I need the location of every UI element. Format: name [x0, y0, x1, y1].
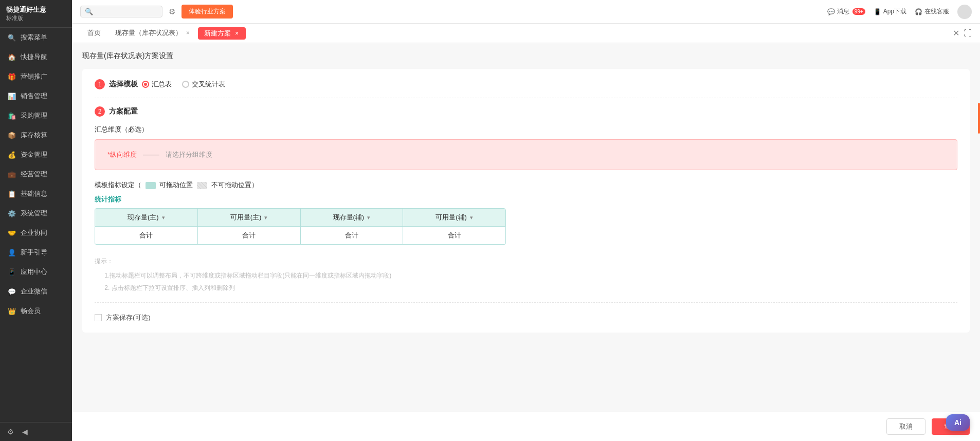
- save-scheme-checkbox[interactable]: [95, 314, 102, 321]
- stats-data-row: 合计 合计 合计 合计: [95, 227, 506, 245]
- sidebar-item-label: 采购管理: [21, 111, 47, 120]
- settings-icon[interactable]: ⚙: [7, 428, 14, 436]
- chevron-down-icon-0[interactable]: ▾: [162, 214, 165, 221]
- save-scheme-section: 方案保存(可选): [95, 313, 957, 322]
- radio-summary-dot: [142, 81, 149, 88]
- page-title: 现存量(库存状况表)方案设置: [82, 51, 970, 61]
- sidebar-footer: ⚙ ◀: [0, 422, 72, 441]
- chevron-down-icon-3[interactable]: ▾: [470, 214, 473, 221]
- save-scheme-label: 方案保存(可选): [106, 313, 151, 322]
- settings-card: 1 选择模板 汇总表 交叉统计表: [82, 69, 970, 333]
- tip-text-2: 2. 点击标题栏下拉可设置排序、插入列和删除列: [104, 282, 234, 294]
- management-icon: 💼: [7, 170, 16, 179]
- search-icon: 🔍: [7, 33, 16, 42]
- ai-fab-button[interactable]: Ai: [946, 414, 970, 431]
- system-icon: ⚙️: [7, 209, 16, 218]
- indicator-section: 模板指标设定（ 可拖动位置 不可拖动位置） 统计指标 现存量(主): [95, 180, 957, 245]
- step2-header: 2 方案配置: [95, 106, 957, 117]
- sidebar-item-search-menu[interactable]: 🔍 搜索菜单: [0, 28, 72, 47]
- divider-2: [95, 302, 957, 303]
- stats-title: 统计指标: [95, 195, 957, 204]
- app-download-icon: 📱: [874, 8, 881, 15]
- sidebar-item-label: 基础信息: [21, 189, 47, 198]
- tab-inventory-close-icon[interactable]: ×: [185, 29, 191, 36]
- sidebar-item-app-center[interactable]: 📱 应用中心: [0, 262, 72, 282]
- close-window-icon[interactable]: ✕: [953, 28, 959, 38]
- summary-dimension-label: 汇总维度（必选）: [95, 125, 957, 134]
- newbie-icon: 👤: [7, 248, 16, 257]
- sidebar-item-label: 新手引导: [21, 248, 47, 257]
- stats-col-header-1[interactable]: 可用量(主) ▾: [198, 209, 301, 226]
- topbar: 🔍 ⚙ 体验行业方案 💬 消息 99+ 📱 App下载 🎧 在线客服: [72, 0, 980, 24]
- app-download-button[interactable]: 📱 App下载: [874, 7, 906, 16]
- stats-col-data-1: 合计: [198, 227, 301, 244]
- radio-cross-table[interactable]: 交叉统计表: [182, 80, 225, 89]
- chevron-down-icon-2[interactable]: ▾: [367, 214, 370, 221]
- tip-num-1: [95, 269, 101, 282]
- sidebar-item-label: 经营管理: [21, 170, 47, 179]
- step1-header: 1 选择模板 汇总表 交叉统计表: [95, 79, 957, 89]
- chevron-down-icon-1[interactable]: ▾: [264, 214, 267, 221]
- basic-info-icon: 📋: [7, 189, 16, 198]
- tip-line-1: 1.拖动标题栏可以调整布局，不可跨维度或指标区域拖动栏目字段(只能在同一维度或指…: [95, 269, 957, 282]
- tab-home[interactable]: 首页: [80, 24, 108, 43]
- industry-solution-button[interactable]: 体验行业方案: [182, 5, 233, 19]
- stats-col-header-2[interactable]: 现存量(辅) ▾: [301, 209, 404, 226]
- tab-new-close-icon[interactable]: ×: [234, 30, 240, 37]
- finance-icon: 💰: [7, 150, 16, 159]
- sidebar-item-sales[interactable]: 📊 销售管理: [0, 86, 72, 106]
- tab-inventory-status[interactable]: 现存量（库存状况表） ×: [108, 24, 198, 43]
- sidebar-item-quick-nav[interactable]: 🏠 快捷导航: [0, 47, 72, 67]
- stats-col-header-3[interactable]: 可用量(辅) ▾: [403, 209, 505, 226]
- col-header-label-0: 现存量(主): [128, 213, 159, 222]
- step2-label: 方案配置: [109, 107, 138, 116]
- topbar-search-input[interactable]: [96, 8, 158, 15]
- dimension-box[interactable]: *纵向维度 —— 请选择分组维度: [95, 139, 957, 170]
- tab-inventory-status-label: 现存量（库存状况表）: [115, 28, 182, 38]
- user-avatar[interactable]: [957, 5, 972, 19]
- message-button[interactable]: 💬 消息 99+: [827, 7, 865, 16]
- sidebar-item-basic-info[interactable]: 📋 基础信息: [0, 184, 72, 204]
- radio-summary-table[interactable]: 汇总表: [142, 80, 172, 89]
- collapse-icon[interactable]: ◀: [22, 428, 28, 436]
- stats-col-data-0: 合计: [95, 227, 198, 244]
- divider-1: [95, 98, 957, 98]
- stats-col-header-0[interactable]: 现存量(主) ▾: [95, 209, 198, 226]
- sidebar-item-cooperation[interactable]: 🤝 企业协同: [0, 223, 72, 243]
- cooperation-icon: 🤝: [7, 228, 16, 237]
- topbar-search-icon: 🔍: [85, 8, 93, 15]
- right-edge-scrollbar: [978, 103, 980, 134]
- sidebar-item-label: 企业协同: [21, 228, 47, 237]
- tab-new-scheme[interactable]: 新建方案 ×: [198, 27, 246, 40]
- sidebar-item-system[interactable]: ⚙️ 系统管理: [0, 204, 72, 223]
- expand-window-icon[interactable]: ⛶: [964, 29, 972, 38]
- stats-col-data-2: 合计: [301, 227, 404, 244]
- app-download-label: App下载: [883, 7, 906, 16]
- sidebar-item-marketing[interactable]: 🎁 营销推广: [0, 67, 72, 86]
- sidebar-item-wechat[interactable]: 💬 企业微信: [0, 282, 72, 301]
- topbar-search-box[interactable]: 🔍: [80, 6, 162, 17]
- sidebar-item-newbie[interactable]: 👤 新手引导: [0, 243, 72, 262]
- template-radio-group: 汇总表 交叉统计表: [142, 80, 225, 89]
- sidebar-item-label: 系统管理: [21, 209, 47, 218]
- tips-section: 提示： 1.拖动标题栏可以调整布局，不可跨维度或指标区域拖动栏目字段(只能在同一…: [95, 255, 957, 294]
- app-name: 畅捷通好生意: [6, 5, 66, 14]
- col-header-label-3: 可用量(辅): [435, 213, 467, 222]
- sidebar-item-finance[interactable]: 💰 资金管理: [0, 145, 72, 164]
- headset-icon: 🎧: [915, 8, 922, 15]
- col-header-label-1: 可用量(主): [230, 213, 262, 222]
- sidebar-item-management[interactable]: 💼 经营管理: [0, 164, 72, 184]
- sidebar: 畅捷通好生意 标准版 🔍 搜索菜单 🏠 快捷导航 🎁 营销推广 📊 销售管理 🛍…: [0, 0, 72, 441]
- sidebar-item-label: 应用中心: [21, 267, 47, 277]
- app-version: 标准版: [6, 14, 66, 22]
- content-area: 现存量(库存状况表)方案设置 1 选择模板 汇总表 交叉统计表: [72, 43, 980, 412]
- online-service-button[interactable]: 🎧 在线客服: [915, 7, 949, 16]
- cancel-button[interactable]: 取消: [886, 418, 925, 435]
- sidebar-item-purchase[interactable]: 🛍️ 采购管理: [0, 106, 72, 125]
- sidebar-item-vip[interactable]: 👑 畅会员: [0, 301, 72, 321]
- draggable-legend-box: [146, 182, 156, 189]
- topbar-gear-icon[interactable]: ⚙: [169, 7, 175, 16]
- sidebar-item-inventory[interactable]: 📦 库存核算: [0, 125, 72, 145]
- tips-title: 提示：: [95, 255, 957, 267]
- tip-num-2: [95, 282, 101, 294]
